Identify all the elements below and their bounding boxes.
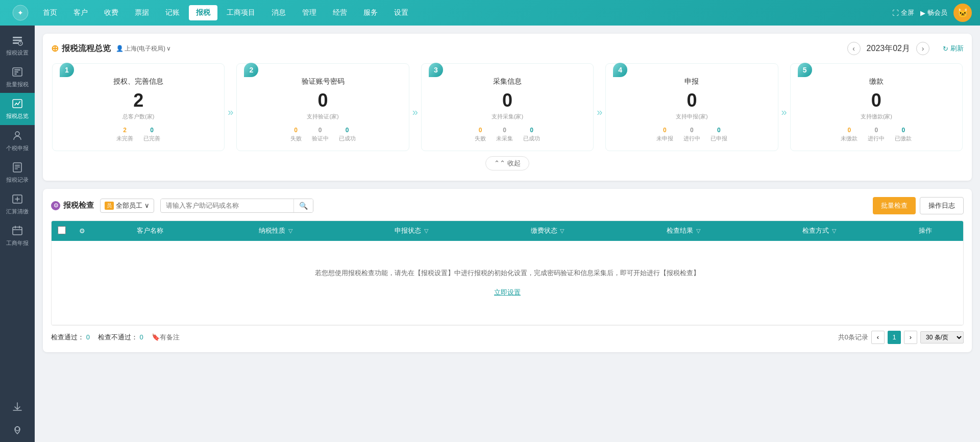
fullscreen-button[interactable]: ⛶ 全屏 (892, 8, 914, 17)
collapse-button[interactable]: ⌃⌃ 收起 (485, 156, 529, 170)
step-5-stat-1[interactable]: 0 进行中 (868, 127, 885, 142)
col-pay-status[interactable]: 缴费状态 ▽ (479, 221, 615, 241)
batch-check-button[interactable]: 批量检查 (873, 197, 916, 214)
nav-home[interactable]: 首页 (36, 5, 64, 20)
step-5-stat-0-value: 0 (847, 127, 851, 134)
col-check-method[interactable]: 检查方式 ▽ (751, 221, 887, 241)
nav-business[interactable]: 工商项目 (219, 5, 262, 20)
step-1-stat-0[interactable]: 2 未完善 (116, 127, 133, 142)
arrow-3: » (595, 73, 604, 151)
step-3-stat-0[interactable]: 0 失败 (475, 127, 486, 142)
location-tag[interactable]: 👤 上海(电子税局) ∨ (116, 44, 171, 53)
step-4-stat-1[interactable]: 0 进行中 (683, 127, 700, 142)
col-client-name[interactable]: 客户名称 (92, 221, 208, 241)
prev-page-button[interactable]: ‹ (871, 331, 885, 344)
sidebar-item-settlement[interactable]: 汇算清缴 (0, 188, 35, 220)
step-5-stat-2[interactable]: 0 已缴款 (895, 127, 912, 142)
col-checkbox (52, 221, 72, 241)
nav-accounting[interactable]: 记账 (158, 5, 187, 20)
step-4-stat-0[interactable]: 0 未申报 (656, 127, 673, 142)
nav-operation[interactable]: 经营 (326, 5, 354, 20)
step-1-card: 1 授权、完善信息 2 总客户数(家) 2 未完善 0 已完善 (52, 63, 225, 151)
search-input[interactable] (161, 199, 293, 212)
operation-log-button[interactable]: 操作日志 (920, 197, 964, 214)
overview-header: ⊕ 报税流程总览 👤 上海(电子税局) ∨ ‹ 2023年02月 › ↻ 刷新 (51, 42, 964, 55)
step-2-stat-2-value: 0 (346, 127, 349, 134)
nav-ticket[interactable]: 票据 (128, 5, 156, 20)
check-table: ⚙ 客户名称 纳税性质 ▽ 申报状态 ▽ (52, 221, 963, 325)
step-3-stat-1[interactable]: 0 未采集 (496, 127, 513, 142)
collapse-row: ⌃⌃ 收起 (51, 151, 964, 173)
sidebar-item-tax-records[interactable]: 报税记录 (0, 157, 35, 188)
nav-manage[interactable]: 管理 (295, 5, 324, 20)
nav-settings[interactable]: 设置 (387, 5, 415, 20)
next-page-button[interactable]: › (904, 331, 917, 344)
sidebar-item-batch-tax[interactable]: 批量报税 (0, 61, 35, 93)
employee-select[interactable]: 员 全部员工 ∨ (100, 199, 154, 213)
page-1-button[interactable]: 1 (888, 331, 901, 344)
step-5-stat-1-value: 0 (874, 127, 878, 134)
fullscreen-label: 全屏 (901, 8, 914, 17)
overview-title: ⊕ 报税流程总览 (51, 43, 111, 54)
next-month-button[interactable]: › (916, 42, 929, 55)
step-3-card: 3 采集信息 0 支持采集(家) 0 失败 0 未采集 0 已成功 (421, 63, 594, 151)
step-4-subtitle: 支持申报(家) (616, 113, 767, 120)
arrow-1: » (226, 73, 235, 151)
step-5-card: 5 缴款 0 支持缴款(家) 0 未缴款 0 进行中 0 已缴款 (790, 63, 963, 151)
step-4-stat-2[interactable]: 0 已申报 (710, 127, 727, 142)
nav-items: 首页 客户 收费 票据 记账 报税 工商项目 消息 管理 经营 服务 设置 (36, 5, 892, 20)
member-button[interactable]: ▶ 畅会员 (920, 8, 947, 17)
table-footer: 检查通过： 0 检查不通过： 0 🔖有备注 共0条记录 ‹ 1 › 30 条/页… (51, 326, 964, 344)
step-3-stat-2[interactable]: 0 已成功 (523, 127, 540, 142)
nav-client[interactable]: 客户 (66, 5, 95, 20)
step-2-stats: 0 失败 0 验证中 0 已成功 (247, 127, 398, 142)
check-title: ⊙ 报税检查 (51, 201, 94, 210)
refresh-button[interactable]: ↻ 刷新 (943, 44, 964, 53)
fail-count-link[interactable]: 0 (139, 333, 143, 341)
nav-message[interactable]: 消息 (264, 5, 293, 20)
settings-icon[interactable]: ⚙ (79, 227, 85, 235)
nav-service[interactable]: 服务 (356, 5, 385, 20)
step-5-value: 0 (801, 90, 952, 111)
sidebar-item-tax-overview[interactable]: 报税总览 (0, 93, 35, 125)
svg-rect-8 (14, 71, 18, 72)
check-header: ⊙ 报税检查 员 全部员工 ∨ 🔍 批量检查 操作日志 (51, 197, 964, 214)
header-right-actions: 批量检查 操作日志 (873, 197, 964, 214)
sidebar-item-location[interactable] (0, 419, 35, 442)
step-2-stat-1[interactable]: 0 验证中 (312, 127, 329, 142)
step-1-subtitle: 总客户数(家) (63, 113, 214, 120)
collapse-up-icon: ⌃⌃ (494, 159, 505, 167)
refresh-icon: ↻ (943, 45, 948, 53)
sidebar-item-annual-report[interactable]: 工商年报 (0, 220, 35, 252)
step-4-stat-1-label: 进行中 (683, 135, 700, 142)
col-declare-status[interactable]: 申报状态 ▽ (344, 221, 479, 241)
step-3-stats: 0 失败 0 未采集 0 已成功 (432, 127, 583, 142)
footer-stats: 检查通过： 0 检查不通过： 0 🔖有备注 (51, 333, 180, 342)
col-check-result[interactable]: 检查结果 ▽ (616, 221, 751, 241)
settlement-icon (12, 193, 23, 206)
col-tax-nature[interactable]: 纳税性质 ▽ (208, 221, 344, 241)
per-page-select[interactable]: 30 条/页50 条/页100 条/页 (920, 331, 964, 343)
step-1-title: 授权、完善信息 (63, 72, 214, 86)
svg-rect-15 (15, 168, 18, 169)
nav-tax[interactable]: 报税 (189, 5, 217, 20)
setup-link[interactable]: 立即设置 (494, 288, 521, 296)
sidebar-item-tax-settings[interactable]: 报税设置 (0, 30, 35, 61)
step-2-subtitle: 支持验证(家) (247, 113, 398, 120)
sidebar-bottom (0, 396, 35, 442)
mascot-avatar[interactable]: 🐱 (953, 4, 972, 22)
step-2-stat-2-label: 已成功 (339, 135, 356, 142)
step-2-stat-2[interactable]: 0 已成功 (339, 127, 356, 142)
step-2-stat-0[interactable]: 0 失败 (290, 127, 302, 142)
step-5-stat-0[interactable]: 0 未缴款 (841, 127, 857, 142)
search-button[interactable]: 🔍 (293, 199, 313, 212)
nav-fee[interactable]: 收费 (97, 5, 126, 20)
main-content: ⊕ 报税流程总览 👤 上海(电子税局) ∨ ‹ 2023年02月 › ↻ 刷新 … (35, 26, 980, 442)
sidebar-item-personal-tax[interactable]: 个税申报 (0, 125, 35, 157)
pass-count-link[interactable]: 0 (86, 333, 90, 341)
sidebar-item-download[interactable] (0, 396, 35, 419)
step-1-stat-1[interactable]: 0 已完善 (143, 127, 160, 142)
select-all-checkbox[interactable] (58, 226, 66, 234)
employee-chevron-icon: ∨ (144, 202, 150, 209)
prev-month-button[interactable]: ‹ (847, 42, 861, 55)
